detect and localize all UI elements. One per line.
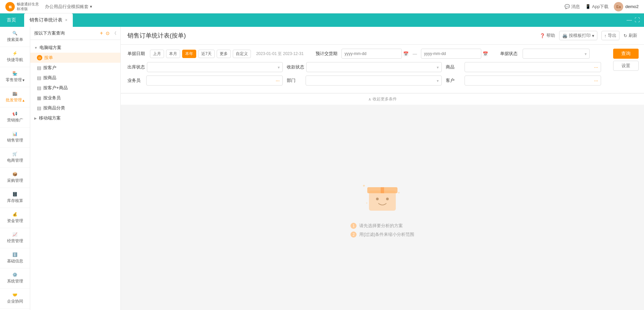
salesman-dots-icon[interactable]: ··· [276, 78, 280, 83]
filter-row-3: 业务员 ··· 部门 [127, 75, 601, 86]
app-selector[interactable]: 办公用品行业模拟账套 ▾ [42, 2, 95, 11]
date-end-input[interactable] [421, 49, 481, 59]
more-date-btn[interactable]: 更多 [217, 50, 231, 58]
print-button[interactable]: 🖨️ 按模板打印 ▾ [559, 31, 597, 40]
operations-icon: 📈 [12, 232, 17, 237]
sidebar-item-inventory[interactable]: 🗄️ 库存核算 [0, 188, 30, 208]
refresh-button[interactable]: ↻ 刷新 [624, 33, 637, 39]
maximize-icon[interactable]: ⛶ [635, 17, 640, 23]
collapse-up-icon: ∧ [368, 97, 371, 102]
payment-status-cell: 收款状态 [287, 62, 442, 72]
refresh-label: 刷新 [629, 33, 637, 39]
active-tab-label: 销售订单统计表 [30, 17, 62, 23]
doc-status-select[interactable] [523, 49, 590, 59]
salesman-input[interactable]: ··· [146, 75, 283, 86]
page-header-actions: ❓ 帮助 🖨️ 按模板打印 ▾ ↑ 导出 ↻ 刷新 [540, 31, 638, 40]
tree-parent-label: 电脑端方案 [40, 45, 61, 51]
arrow-up-icon: ▴ [22, 98, 24, 103]
goods-input[interactable]: ··· [465, 62, 601, 72]
customer-dots-icon[interactable]: ··· [594, 78, 598, 83]
date-start-input[interactable] [341, 49, 402, 59]
tree-item-by-product[interactable]: ▤ 按商品 [30, 73, 120, 83]
left-panel-header: 按以下方案查询 + ⊙ 《 [30, 27, 120, 40]
sidebar-item-retail[interactable]: 🏪 零售管理 ▾ [0, 67, 30, 87]
help-label: 帮助 [546, 33, 555, 39]
tree-item-by-salesman[interactable]: ▦ 按业务员 [30, 93, 120, 103]
settings-scheme-button[interactable]: ⊙ [106, 31, 110, 36]
svg-rect-4 [381, 187, 384, 193]
app-download-button[interactable]: 📱 App下载 [585, 4, 608, 10]
svg-point-6 [386, 198, 389, 200]
system-icon: ⚙️ [12, 272, 17, 277]
tree-item-icon: ▤ [37, 105, 41, 111]
last-7-days-btn[interactable]: 近7天 [198, 50, 215, 58]
delivery-status-select[interactable] [147, 62, 283, 72]
export-icon: ↑ [604, 33, 607, 38]
user-area[interactable]: Ea demo2 [614, 2, 639, 11]
avatar: Ea [614, 2, 623, 11]
this-month-btn[interactable]: 本月 [166, 50, 180, 58]
sidebar-item-operations[interactable]: 📈 经营管理 [0, 228, 30, 248]
message-label: 消息 [571, 4, 580, 10]
this-year-btn[interactable]: 本年 [182, 50, 196, 58]
sidebar-item-label: 资金管理 [7, 218, 23, 224]
collapse-panel-button[interactable]: 《 [112, 31, 116, 36]
sidebar-item-search-menu[interactable]: 🔍 搜索菜单 [0, 27, 30, 47]
tree-item-by-order[interactable]: ⊙ 按单 [30, 53, 120, 63]
tree-item-by-customer-product[interactable]: ▤ 按客户+商品 [30, 83, 120, 93]
sidebar-item-purchase[interactable]: 📦 采购管理 [0, 168, 30, 188]
help-button[interactable]: ❓ 帮助 [540, 33, 555, 39]
salesman-label: 业务员 [127, 78, 144, 84]
sidebar-item-system[interactable]: ⚙️ 系统管理 [0, 268, 30, 289]
tab-bar-actions: — ⛶ [627, 17, 644, 23]
filter-date-group: 上月 本月 本年 近7天 更多 自定义 [150, 50, 251, 58]
quick-nav-icon: ⚡ [12, 51, 17, 56]
payment-status-select[interactable] [306, 62, 442, 72]
logo-area: 畅 畅捷通好生意 标准版 [5, 2, 39, 11]
content-area: 按以下方案查询 + ⊙ 《 ▼ 电脑端方案 ⊙ 按单 ▤ [30, 27, 644, 310]
tree-item-icon: ⊙ [37, 55, 42, 60]
filter-row-1: 单据日期 上月 本月 本年 近7天 更多 自定义 2023-01-01 至 20… [127, 49, 601, 59]
sidebar-item-wholesale[interactable]: 🏬 批发管理 ▴ [0, 87, 30, 107]
sidebar-item-newbie[interactable]: 🌟 新手引导 [0, 309, 30, 310]
sidebar-item-marketing[interactable]: 📢 营销推广 [0, 107, 30, 127]
tab-close-button[interactable]: × [65, 18, 67, 22]
goods-dots-icon[interactable]: ··· [594, 64, 598, 70]
tree-item-by-customer[interactable]: ▤ 按客户 [30, 63, 120, 73]
customer-input[interactable]: ··· [465, 75, 601, 86]
last-month-btn[interactable]: 上月 [150, 50, 164, 58]
purchase-icon: 📦 [12, 172, 17, 176]
collapse-row[interactable]: ∧ 收起更多条件 [121, 93, 644, 105]
sidebar-item-enterprise[interactable]: 🤝 企业协同 [0, 289, 30, 309]
payment-status-label: 收款状态 [287, 64, 304, 70]
sidebar-item-ecommerce[interactable]: 🛒 电商管理 [0, 148, 30, 168]
export-button[interactable]: ↑ 导出 [601, 31, 620, 40]
left-panel-title: 按以下方案查询 [34, 30, 97, 36]
tree-parent-pc[interactable]: ▼ 电脑端方案 [30, 43, 120, 53]
sidebar-item-finance[interactable]: 💰 资金管理 [0, 208, 30, 228]
custom-date-btn[interactable]: 自定义 [233, 50, 251, 58]
sidebar-item-label: 企业协同 [7, 299, 23, 304]
message-button[interactable]: 💬 消息 [565, 4, 580, 10]
filter-section-wrapper: 单据日期 上月 本月 本年 近7天 更多 自定义 2023-01-01 至 20… [121, 45, 644, 93]
department-select[interactable] [306, 75, 442, 86]
customer-cell: 客户 ··· [446, 75, 601, 86]
sidebar-item-quick-nav[interactable]: ⚡ 快捷导航 [0, 47, 30, 67]
tree-parent-mobile[interactable]: ▶ 移动端方案 [30, 113, 120, 123]
tree-item-by-product-category[interactable]: ▤ 按商品分类 [30, 103, 120, 113]
calendar-start-icon[interactable]: 📅 [403, 51, 409, 56]
tab-home[interactable]: 首页 [0, 13, 23, 27]
query-button[interactable]: 查询 [613, 49, 639, 59]
calendar-end-icon[interactable]: 📅 [483, 51, 488, 56]
minimize-icon[interactable]: — [627, 17, 632, 23]
add-scheme-button[interactable]: + [100, 30, 103, 36]
date-end-wrapper: 📅 [421, 49, 488, 59]
sidebar-item-sales[interactable]: 📊 销售管理 [0, 127, 30, 148]
tab-bar: 首页 销售订单统计表 × — ⛶ [0, 13, 644, 27]
basics-icon: ℹ️ [12, 252, 17, 257]
chevron-down-icon [437, 78, 439, 83]
tab-active[interactable]: 销售订单统计表 × [24, 13, 73, 27]
sidebar-item-basics[interactable]: ℹ️ 基础信息 [0, 248, 30, 268]
svg-text:畅: 畅 [9, 5, 12, 9]
settings-button[interactable]: 设置 [613, 61, 639, 71]
